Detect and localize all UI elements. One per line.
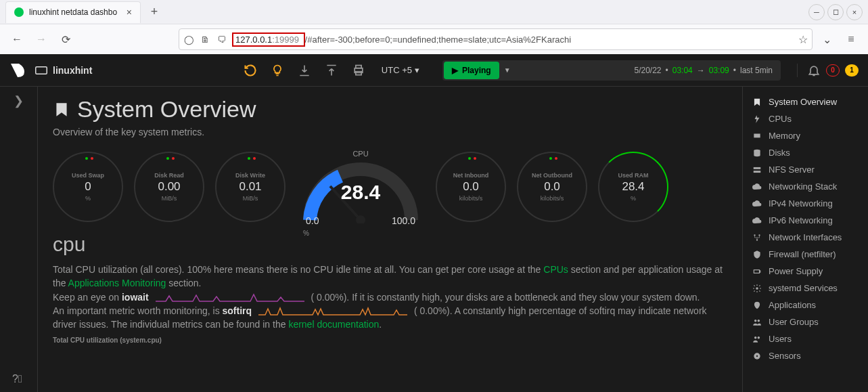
svg-point-12 — [756, 239, 758, 240]
bookmark-icon — [53, 100, 70, 120]
bookmark-star-icon[interactable]: ☆ — [798, 33, 808, 46]
page-title: System Overview — [53, 96, 727, 123]
expand-panel-icon[interactable]: ❯ — [14, 93, 24, 108]
new-tab-button[interactable]: + — [145, 3, 164, 22]
cpu-section-heading: cpu — [53, 233, 727, 256]
help-icon[interactable]: ?⃝ — [12, 373, 22, 385]
nav-system-overview[interactable]: System Overview — [743, 93, 868, 110]
nav-networking-stack[interactable]: Networking Stack — [743, 178, 868, 195]
lightbulb-icon[interactable] — [271, 64, 284, 77]
timezone-selector[interactable]: UTC +5 ▾ — [382, 65, 419, 75]
print-icon[interactable] — [352, 64, 365, 77]
window-minimize-button[interactable]: ─ — [808, 4, 825, 20]
applications-monitoring-link[interactable]: Applications Monitoring — [68, 278, 166, 288]
nav-user-groups[interactable]: User Groups — [743, 313, 868, 330]
browser-tab[interactable]: linuxhint netdata dashbo × — [5, 1, 141, 23]
svg-point-18 — [758, 336, 760, 339]
gauge-used-swap[interactable]: Used Swap 0 % — [53, 152, 123, 222]
cpu-value: 28.4 — [341, 181, 380, 204]
browser-tab-bar: linuxhint netdata dashbo × + ─ ◻ × — [0, 0, 868, 24]
window-close-button[interactable]: × — [846, 4, 863, 20]
play-label: Playing — [462, 66, 491, 75]
hostname-selector[interactable]: linuxhint — [35, 65, 92, 76]
time-date: 5/20/22 — [634, 66, 661, 75]
nav-users[interactable]: Users — [743, 330, 868, 347]
nav-reload-button[interactable]: ⟳ — [55, 29, 76, 49]
shield-icon[interactable]: ◯ — [183, 34, 194, 45]
gauge-disk-write[interactable]: Disk Write 0.01 MiB/s — [215, 152, 285, 222]
left-rail: ❯ — [0, 87, 38, 392]
svg-point-15 — [754, 319, 757, 322]
timezone-label: UTC +5 — [382, 65, 412, 75]
svg-point-20 — [756, 355, 758, 356]
play-dropdown-icon[interactable]: ▼ — [501, 66, 514, 74]
cpu-paragraph-3: An important metric worth monitoring, is… — [53, 304, 727, 332]
tab-favicon-icon — [14, 7, 24, 17]
gauge-disk-read[interactable]: Disk Read 0.00 MiB/s — [134, 152, 204, 222]
svg-point-17 — [754, 336, 757, 339]
nav-disks[interactable]: Disks — [743, 144, 868, 161]
kernel-docs-link[interactable]: kernel documentation — [288, 319, 379, 330]
nav-ipv4-networking[interactable]: IPv4 Networking — [743, 195, 868, 212]
nav-nfs-server[interactable]: NFS Server — [743, 161, 868, 178]
nav-back-button[interactable]: ← — [7, 29, 27, 49]
url-port: :19999 — [272, 35, 299, 45]
svg-rect-0 — [36, 66, 47, 74]
window-maximize-button[interactable]: ◻ — [827, 4, 844, 20]
alarm-warning-badge[interactable]: 1 — [845, 64, 859, 77]
hostname-label: linuxhint — [53, 65, 92, 76]
browser-nav-bar: ← → ⟳ ◯ 🗎 🗨 127.0.0.1:19999 /#after=-300… — [0, 24, 868, 54]
right-nav: System Overview CPUs Memory Disks NFS Se… — [742, 87, 868, 392]
bell-icon[interactable] — [807, 64, 821, 77]
page-info-icon[interactable]: 🗎 — [200, 34, 210, 45]
softirq-label: softirq — [223, 305, 252, 316]
svg-point-11 — [758, 234, 760, 236]
svg-rect-9 — [754, 171, 761, 173]
cpus-link[interactable]: CPUs — [543, 264, 568, 275]
time-to: 03:09 — [709, 66, 729, 75]
gauge-cpu[interactable]: CPU 28.4 0.0 100.0 % — [296, 150, 425, 223]
play-button[interactable]: ▶ Playing — [444, 62, 499, 79]
cpu-chart-title: Total CPU utilization (system.cpu) — [53, 336, 727, 344]
time-from: 03:04 — [672, 66, 693, 75]
cpu-max: 100.0 — [392, 215, 415, 226]
nav-ipv6-networking[interactable]: IPv6 Networking — [743, 212, 868, 229]
time-range: last 5min — [740, 66, 773, 75]
tab-close-icon[interactable]: × — [127, 7, 132, 18]
svg-point-16 — [758, 319, 760, 322]
nav-firewall[interactable]: Firewall (netfilter) — [743, 246, 868, 263]
netdata-logo-icon — [9, 62, 26, 79]
url-host-highlight: 127.0.0.1:19999 — [232, 32, 305, 47]
upload-icon[interactable] — [325, 64, 338, 77]
window-controls: ─ ◻ × — [808, 4, 863, 20]
gauge-net-outbound[interactable]: Net Outbound 0.0 kilobits/s — [517, 152, 587, 222]
nav-systemd-services[interactable]: systemd Services — [743, 280, 868, 297]
url-bar[interactable]: ◯ 🗎 🗨 127.0.0.1:19999 /#after=-300;befor… — [179, 28, 813, 50]
nav-applications[interactable]: Applications — [743, 297, 868, 313]
cpu-paragraph-2: Keep an eye on iowait ( 0.00%). If it is… — [53, 290, 727, 304]
iowait-sparkline — [156, 293, 304, 303]
download-icon[interactable] — [298, 64, 311, 77]
app-menu-button[interactable]: ≡ — [841, 29, 861, 49]
chevron-down-icon: ▾ — [415, 65, 419, 75]
page-subtitle: Overview of the key system metrics. — [53, 127, 727, 137]
refresh-icon[interactable] — [244, 64, 257, 77]
save-pocket-icon[interactable]: ⌄ — [817, 29, 837, 49]
gauge-net-inbound[interactable]: Net Inbound 0.0 kilobits/s — [436, 152, 506, 222]
iowait-label: iowait — [122, 292, 149, 303]
reading-view-icon[interactable]: 🗨 — [216, 34, 227, 45]
time-range-display[interactable]: 5/20/22 • 03:04 → 03:09 • last 5min — [626, 66, 781, 75]
gauge-used-ram[interactable]: Used RAM 28.4 % — [598, 152, 668, 222]
url-host: 127.0.0.1 — [235, 35, 272, 45]
alarm-critical-badge[interactable]: 0 — [826, 64, 840, 77]
nav-forward-button[interactable]: → — [31, 29, 51, 49]
nav-memory[interactable]: Memory — [743, 127, 868, 144]
nav-sensors[interactable]: Sensors — [743, 347, 868, 364]
cpu-paragraph-1: Total CPU utilization (all cores). 100% … — [53, 263, 727, 290]
nav-cpus[interactable]: CPUs — [743, 110, 868, 127]
svg-point-14 — [756, 287, 758, 290]
nav-network-interfaces[interactable]: Network Interfaces — [743, 229, 868, 246]
svg-rect-6 — [754, 133, 760, 137]
nav-power-supply[interactable]: Power Supply — [743, 263, 868, 280]
softirq-sparkline — [258, 307, 407, 316]
